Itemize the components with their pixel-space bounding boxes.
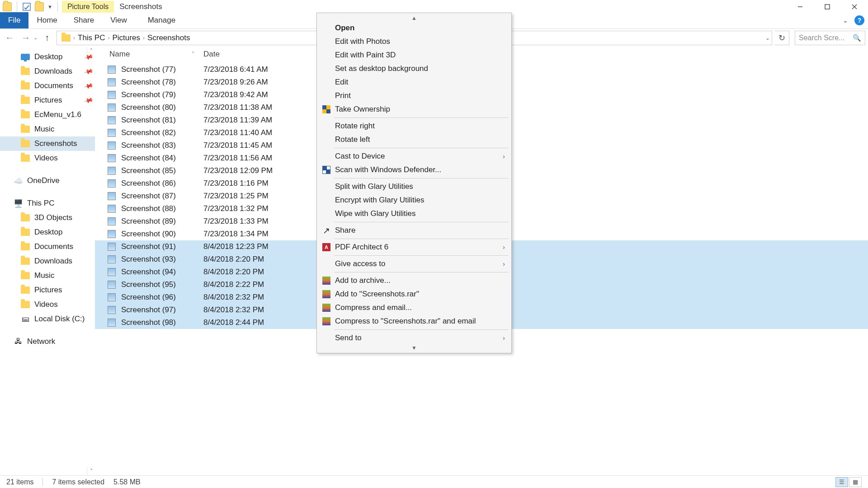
sidebar-item[interactable]: Downloads📌 xyxy=(0,64,95,79)
breadcrumb-separator[interactable]: › xyxy=(108,35,109,41)
ribbon-tab-manage[interactable]: Manage xyxy=(140,12,184,28)
sidebar-item[interactable]: 🖴Local Disk (C:) xyxy=(0,312,95,326)
context-menu-label: Rotate left xyxy=(335,135,370,144)
sidebar-item[interactable]: Desktop xyxy=(0,225,95,239)
folder-icon xyxy=(21,258,30,265)
folder-icon xyxy=(21,286,30,294)
context-menu-item[interactable]: Compress and email... xyxy=(317,301,511,314)
context-menu-item[interactable]: Add to archive... xyxy=(317,274,511,287)
recent-locations-dropdown[interactable]: ⌄ xyxy=(33,35,38,41)
help-button[interactable]: ? xyxy=(854,15,864,25)
breadcrumb-segment[interactable]: Pictures xyxy=(110,33,142,43)
breadcrumb-root[interactable] xyxy=(60,33,72,42)
context-menu-item[interactable]: Open xyxy=(317,21,511,35)
submenu-arrow-icon: › xyxy=(503,153,505,160)
sidebar-item[interactable]: Desktop📌 xyxy=(0,50,95,64)
context-menu-item[interactable]: Rotate left xyxy=(317,133,511,146)
sidebar-item[interactable]: Downloads xyxy=(0,254,95,268)
sidebar-label: Local Disk (C:) xyxy=(34,314,85,324)
refresh-button[interactable]: ↻ xyxy=(775,31,789,45)
context-menu-scroll-down[interactable]: ▼ xyxy=(317,345,511,351)
sidebar-label: Pictures xyxy=(34,96,62,105)
back-button[interactable]: ← xyxy=(3,31,16,45)
context-menu-separator xyxy=(334,222,509,222)
breadcrumb-segment[interactable]: This PC xyxy=(76,33,107,43)
context-menu-scroll-up[interactable]: ▲ xyxy=(317,15,511,21)
status-separator xyxy=(42,478,43,486)
sidebar-item[interactable]: Documents📌 xyxy=(0,79,95,93)
file-name: Screenshot (90) xyxy=(121,230,176,239)
image-file-icon xyxy=(108,167,116,175)
file-name: Screenshot (97) xyxy=(121,305,176,314)
breadcrumb-segment[interactable]: Screenshots xyxy=(146,33,192,43)
context-menu-item[interactable]: APDF Architect 6› xyxy=(317,240,511,254)
context-menu-item[interactable]: Compress to "Screenshots.rar" and email xyxy=(317,314,511,328)
file-date: 8/4/2018 2:32 PM xyxy=(203,293,312,302)
sidebar-item[interactable]: Pictures xyxy=(0,283,95,297)
search-placeholder: Search Scre... xyxy=(799,34,844,42)
file-name: Screenshot (83) xyxy=(121,141,176,150)
context-menu-item[interactable]: Give access to› xyxy=(317,257,511,271)
qat-new-folder-button[interactable] xyxy=(35,2,44,11)
sidebar-item[interactable]: Music xyxy=(0,122,95,136)
close-button[interactable] xyxy=(841,0,868,14)
context-menu-item[interactable]: Print xyxy=(317,89,511,103)
search-input[interactable]: Search Scre... 🔍 xyxy=(795,31,865,45)
qat-customize-dropdown[interactable]: ▼ xyxy=(47,4,52,9)
sidebar-onedrive[interactable]: ☁️ OneDrive xyxy=(0,174,95,188)
image-file-icon xyxy=(108,293,116,301)
context-menu-item[interactable]: ↗Share xyxy=(317,224,511,237)
context-menu-separator xyxy=(334,329,509,330)
sidebar-item[interactable]: Pictures📌 xyxy=(0,93,95,108)
minimize-button[interactable] xyxy=(787,0,814,14)
ribbon-tab-home[interactable]: Home xyxy=(28,12,65,28)
context-menu-label: Edit with Photos xyxy=(335,37,390,46)
context-menu-item[interactable]: Set as desktop background xyxy=(317,62,511,75)
context-menu-item[interactable]: Edit with Paint 3D xyxy=(317,48,511,62)
file-date: 7/23/2018 11:40 AM xyxy=(203,128,312,137)
qat-properties-button[interactable] xyxy=(22,2,31,11)
forward-button[interactable]: → xyxy=(19,31,33,45)
file-date: 7/23/2018 9:42 AM xyxy=(203,90,312,99)
context-menu-item[interactable]: Rotate right xyxy=(317,119,511,133)
ribbon-tab-view[interactable]: View xyxy=(102,12,135,28)
column-header-name[interactable]: Name ˄ xyxy=(103,50,203,59)
app-icon[interactable] xyxy=(3,2,12,11)
breadcrumb-dropdown[interactable]: ⌄ xyxy=(765,35,770,41)
context-menu-item[interactable]: Scan with Windows Defender... xyxy=(317,163,511,177)
context-menu-item[interactable]: Edit with Photos xyxy=(317,35,511,48)
sidebar-item[interactable]: 3D Objects xyxy=(0,211,95,225)
context-menu-item[interactable]: Add to "Screenshots.rar" xyxy=(317,287,511,301)
title-bar: ▼ Picture Tools Screenshots xyxy=(0,0,868,14)
file-date: 7/23/2018 6:41 AM xyxy=(203,65,312,74)
sidebar-item[interactable]: EcMenu_v1.6 xyxy=(0,108,95,122)
shield-icon xyxy=(321,104,331,114)
ribbon-expand-button[interactable]: ⌄ xyxy=(843,17,848,24)
maximize-button[interactable] xyxy=(814,0,841,14)
sidebar-item[interactable]: Documents xyxy=(0,239,95,254)
context-menu-item[interactable]: Cast to Device› xyxy=(317,150,511,163)
sidebar-item[interactable]: Videos xyxy=(0,297,95,312)
sidebar-item[interactable]: Videos xyxy=(0,151,95,165)
context-menu-item[interactable]: Wipe with Glary Utilities xyxy=(317,207,511,221)
ribbon-tab-share[interactable]: Share xyxy=(66,12,102,28)
context-menu-item[interactable]: Split with Glary Utilities xyxy=(317,180,511,193)
file-name: Screenshot (77) xyxy=(121,65,176,74)
view-details-button[interactable]: ☰ xyxy=(835,477,848,487)
context-menu-item[interactable]: Edit xyxy=(317,75,511,89)
context-menu-item[interactable]: Take Ownership xyxy=(317,103,511,116)
up-button[interactable]: ↑ xyxy=(40,31,54,45)
sidebar-scroll-down[interactable]: ˅ xyxy=(87,467,95,475)
context-menu-item[interactable]: Encrypt with Glary Utilities xyxy=(317,193,511,207)
folder-icon xyxy=(21,140,30,147)
sidebar-item[interactable]: Screenshots xyxy=(0,136,95,151)
breadcrumb-separator[interactable]: › xyxy=(73,35,75,41)
breadcrumb-separator[interactable]: › xyxy=(143,35,145,41)
view-large-icons-button[interactable]: ▦ xyxy=(849,477,862,487)
sidebar-network[interactable]: 🖧 Network xyxy=(0,334,95,349)
column-header-date[interactable]: Date xyxy=(203,50,312,59)
sidebar-this-pc[interactable]: 🖥️ This PC xyxy=(0,196,95,211)
context-menu-item[interactable]: Send to› xyxy=(317,331,511,345)
sidebar-item[interactable]: Music xyxy=(0,268,95,283)
ribbon-tab-file[interactable]: File xyxy=(0,12,28,28)
